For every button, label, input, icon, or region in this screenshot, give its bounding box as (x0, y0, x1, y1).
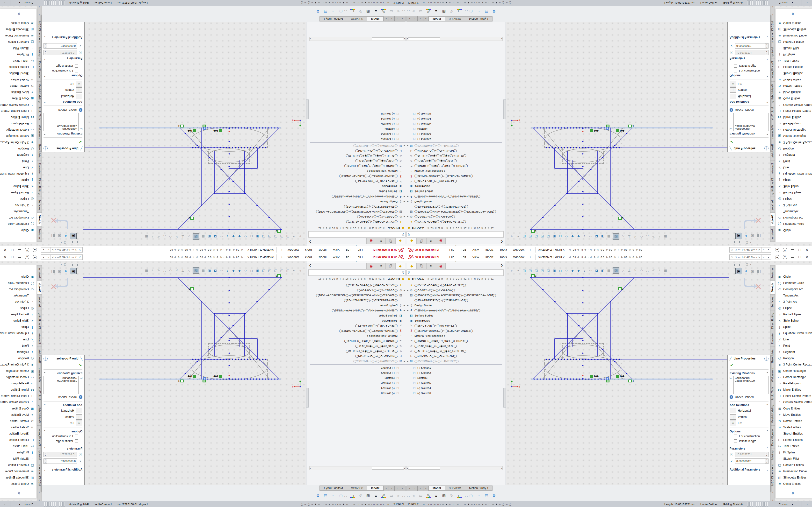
tab-scroll-first[interactable]: « (400, 486, 406, 491)
doc-prev-icon[interactable]: ◧ (76, 241, 78, 244)
chevron-up-icon[interactable]: ⌃ (44, 57, 46, 60)
tab-mesh-modeling[interactable]: Mesh Modeling (770, 81, 775, 105)
tool-circular-sketch-pattern[interactable]: ∴Circular Sketch Pattern (0, 102, 37, 108)
option-for-construction[interactable]: For construction (42, 434, 84, 439)
tree-row-sketch1[interactable]: ◳(-) Sketch1 (406, 137, 502, 142)
tab-model[interactable]: Model (429, 16, 445, 21)
restore-button[interactable]: ❐ (9, 254, 16, 260)
tool-linear-sketch-pattern[interactable]: ∷Linear Sketch Pattern (0, 108, 37, 114)
tool-3-point-arc[interactable]: ◜3 Point Arc (775, 202, 812, 208)
relation-item[interactable]: Equal length109 (45, 379, 77, 382)
view-orientation-icon[interactable]: ◳ (267, 269, 272, 272)
tree-row[interactable]: ▤◯25⊕3Ξ25◯ИΝ⊙∘⊕ϽϹ3ΞИ3Ξ25◯∘◯253ΞИ3ΞϹϽ⊕∘⊙Ν… (310, 209, 406, 214)
tree-row-sketch2[interactable]: ◳(-) Sketch2 (406, 132, 502, 137)
blue-sketch-lines[interactable] (83, 278, 281, 379)
tab-motion-study-1[interactable]: Motion Study 1 (319, 486, 347, 491)
status-custom-dropdown[interactable]: Custom▴ (770, 501, 802, 507)
status-sw-eye[interactable]: ◔ (0, 501, 10, 507)
tree-row[interactable]: ▤◯25⊕3Ξ25◯ИΝ⊙∘⊕ϽϹ3ΞИ3Ξ25◯∘◯253ΞИ3ΞϹϽ⊕∘⊙Ν… (406, 209, 502, 214)
section-additional-parameters[interactable]: Additional Parameters⌄ (42, 467, 84, 472)
tab-propertymanager[interactable]: ⎘ (417, 238, 426, 244)
gear-icon[interactable]: ⚙ (492, 9, 497, 13)
view-orientation-icon[interactable]: ▣ (255, 269, 260, 272)
tree-row[interactable]: ✎◯25∘∪∗∙Αm◯∘◯mΑ∙∗∪∘52◯ (406, 179, 502, 184)
view-orientation-icon[interactable]: ◱ (534, 235, 539, 238)
arc-tool-icon[interactable]: ◡ (162, 269, 167, 272)
checkbox[interactable] (734, 69, 737, 72)
tree-row-material[interactable]: ≡Material < not specified > (406, 333, 502, 338)
tab-features[interactable]: Features (37, 226, 42, 242)
help-icon[interactable]: ? (764, 147, 768, 151)
history-check-icon[interactable]: ◷ (338, 9, 344, 13)
tree-row-annotations[interactable]: ▶A◯25ИΝ⊙∘⊕Α⊕⊙ИΝΑ◯∘◯ΑΝИ⊙⊕Α⊕∘⊙ΝИ52◯ (310, 308, 406, 313)
tool-segment[interactable]: ∶Segment (0, 349, 37, 355)
tool-scale-entities[interactable]: ⇗Scale Entities (775, 424, 812, 431)
help-icon[interactable]: ? (764, 356, 768, 361)
menu-view[interactable]: View (330, 246, 343, 253)
tool-3-point-center-rectangle[interactable]: ◈3 Point Center Recta... (775, 361, 812, 368)
edit-sketch-icon[interactable]: ▣ (70, 233, 77, 239)
tab-features[interactable]: Features (770, 226, 775, 242)
tree-row[interactable]: ▶◷◯Λ⊙⊕25∘Ξ◯∘◯Ξ∘52⊕⊙Λ◯ (406, 288, 502, 293)
menu-tools[interactable]: Tools (302, 246, 316, 253)
tree-row-solid-bodies[interactable]: ◨Solid Bodies (406, 184, 502, 189)
tool-offset-entities[interactable]: ⊂Offset Entities (0, 20, 37, 26)
add-relation-fix[interactable]: ΨFix (728, 420, 770, 427)
tool-point[interactable]: ▪Point (0, 158, 37, 164)
tab-surfaces[interactable]: Surfaces (37, 197, 42, 213)
zoom-fit-icon[interactable]: ◫ (522, 269, 526, 272)
dropdown-icon[interactable]: ▾ (516, 269, 520, 272)
spinner[interactable]: ▴▾ (44, 459, 47, 463)
tree-row-sketch6[interactable]: ◳(-) Sketch6 (406, 112, 502, 117)
tool-center-rectangle[interactable]: ▣Center Rectangle (0, 368, 37, 374)
display-style-icon[interactable]: ◆ (570, 269, 575, 272)
tree-row-sketch2[interactable]: ◳(-) Sketch2 (310, 370, 406, 375)
tree-row[interactable]: ★◯253Ξ⊕∘⊙ΛΑΦ◯∘◯ΦΑΛ⊙∘⊕Ξ352◯ (310, 219, 406, 225)
search-box[interactable]: ◇ ⌕ ▾ (729, 255, 771, 260)
tool-rotate-entities[interactable]: ↻Rotate Entities (0, 418, 37, 424)
tree-vertical-scrollbar[interactable] (503, 282, 506, 466)
tool-silhouette-entities[interactable]: ◫Silhouette Entities (775, 474, 812, 481)
tool-convert-entities[interactable]: ▢Convert Entities (0, 39, 37, 45)
tab-featuremanager[interactable]: ◆ (395, 238, 405, 244)
scroll-right-icon[interactable]: ▸ (310, 467, 311, 469)
tab-mold-tools[interactable]: Mold Tools (37, 384, 42, 402)
scroll-right-icon[interactable]: ▸ (310, 38, 311, 40)
tool-centerpoint-arc[interactable]: ◠Centerpoint Arc (775, 286, 812, 292)
menu-window[interactable]: Window (285, 246, 302, 253)
tree-row-plane[interactable]: ▱◯⊕Ξ9Ϲ∘∙◯∗◉[◯∘◯]◉∗◯∙∘Ϲ9Ξ⊕◯ (406, 154, 502, 159)
add-relation-vertical[interactable]: ❘Vertical (42, 414, 84, 420)
tool-segment[interactable]: ∶Segment (775, 152, 812, 158)
tree-row-sketch4[interactable]: ◳(-) Sketch4 (310, 385, 406, 390)
tool-3-point-arc[interactable]: ◜3 Point Arc (775, 299, 812, 305)
tree-row[interactable]: ★◯253Ξ⊕∘⊙ΛΑΦ◯∘◯ΦΑΛ⊙∘⊕Ξ352◯ (406, 282, 502, 288)
tool-circular-sketch-pattern[interactable]: ∴Circular Sketch Pattern (775, 102, 812, 108)
tree-row[interactable]: ▶◷◯Λ⊙⊕25∘Ξ◯∘◯Ξ∘52⊕⊙Λ◯ (310, 214, 406, 219)
pane-collapse-chevron[interactable]: ❯ (309, 240, 311, 243)
tree-row[interactable]: ★◯253Ξ⊕∘⊙ΛΑΦ◯∘◯ΦΑΛ⊙∘⊕Ξ352◯ (310, 282, 406, 288)
tool-copy-entities[interactable]: ⊞Copy Entities (775, 405, 812, 412)
display-style-icon[interactable]: ◇ (243, 235, 248, 238)
relations-listbox[interactable]: Collinear108 Equal length109 (43, 113, 79, 131)
previous-view-icon[interactable]: ▹ (510, 235, 514, 238)
camera-icon[interactable]: ◉ (57, 269, 62, 274)
expand-arrow-icon[interactable]: ▶ (403, 304, 406, 306)
tool-centerpoint-arc[interactable]: ◠Centerpoint Arc (775, 215, 812, 221)
pencil-icon[interactable]: ✐ (651, 235, 656, 238)
section-existing-relations[interactable]: Existing Relations⌃ (42, 371, 84, 376)
expand-arrow-icon[interactable]: ▶ (403, 195, 406, 198)
tab-sheet-metal[interactable]: Sheet Metal (37, 346, 42, 366)
chevron-up-icon[interactable]: ⌃ (44, 372, 46, 375)
section-options[interactable]: Options⌃ (42, 73, 84, 78)
tool-equation-driven-curve[interactable]: ƒEquation Driven Curve (0, 171, 37, 177)
tool-perimeter-circle[interactable]: ◯Perimeter Circle (0, 221, 37, 227)
add-relation-fix[interactable]: ΨFix (42, 80, 84, 87)
tool-rotate-entities[interactable]: ↻Rotate Entities (0, 83, 37, 89)
dropdown-icon[interactable]: ▾ (516, 235, 520, 238)
display-style-icon[interactable]: ◆ (576, 235, 581, 238)
tool-ellipse[interactable]: ◎Ellipse (0, 196, 37, 202)
appearance-icon[interactable]: ◧ (207, 269, 211, 272)
confirm-exit-sketch-icon[interactable] (55, 278, 68, 287)
section-additional-parameters[interactable]: Additional Parameters⌄ (42, 35, 84, 40)
cancel-sketch-icon[interactable]: ✕ (755, 215, 762, 225)
